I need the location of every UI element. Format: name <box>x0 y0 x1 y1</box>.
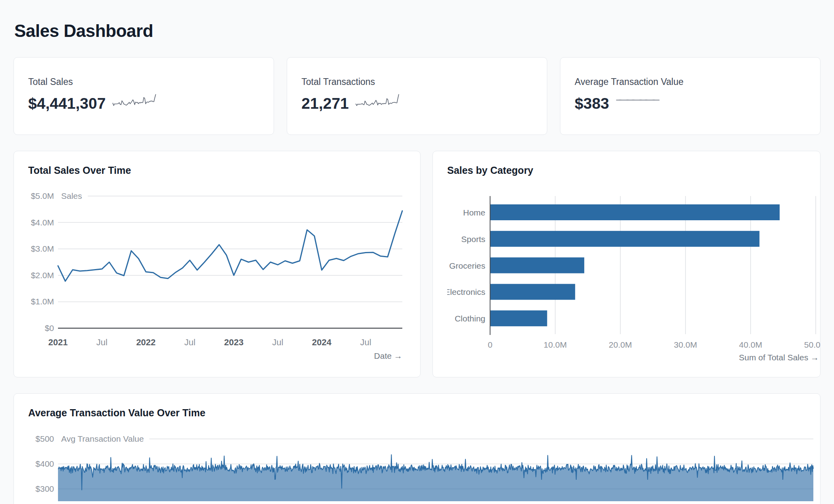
chart-title: Average Transaction Value Over Time <box>28 407 812 419</box>
x-tick-label: Jul <box>272 337 283 347</box>
y-tick-label: $0 <box>45 323 54 333</box>
total-sales-line-chart: $0$1.0M$2.0M$3.0M$4.0M$5.0MSales2021Jul2… <box>28 179 419 365</box>
x-tick-label: Jul <box>97 337 108 347</box>
line-chart-svg: $0$1.0M$2.0M$3.0M$4.0M$5.0MSales2021Jul2… <box>28 179 405 364</box>
y-tick-label: $2.0M <box>31 271 54 280</box>
kpi-label: Average Transaction Value <box>575 77 808 87</box>
kpi-row: Total Sales $4,441,307 Total Transaction… <box>14 57 820 135</box>
avg-transaction-value-area-chart: $500$400$300Avg Transaction Value <box>28 422 812 503</box>
category-label: Sports <box>461 235 485 244</box>
bar-electronics <box>490 284 575 300</box>
x-tick-label: 50.0M <box>804 340 820 349</box>
sales-by-category-card: Sales by Category 010.0M20.0M30.0M40.0M5… <box>432 151 820 377</box>
category-label: Clothing <box>455 314 485 323</box>
kpi-sparkline-chart <box>112 92 156 110</box>
sparkline-path <box>113 94 156 106</box>
kpi-value: $383 <box>575 96 609 111</box>
category-label: Electronics <box>447 288 485 297</box>
kpi-sparkline-chart <box>355 92 400 110</box>
x-tick-label: 2024 <box>312 337 332 347</box>
y-tick-label: $1.0M <box>31 297 54 306</box>
sales-by-category-bar-chart: 010.0M20.0M30.0M40.0M50.0MHomeSportsGroc… <box>447 179 819 365</box>
bar-chart-svg: 010.0M20.0M30.0M40.0M50.0MHomeSportsGroc… <box>447 179 820 364</box>
x-tick-label: 10.0M <box>544 340 567 349</box>
y-tick-label: $400 <box>35 459 54 468</box>
x-tick-label: 2022 <box>136 337 156 347</box>
sales-line-series <box>58 211 402 281</box>
kpi-sparkline-chart <box>616 92 660 110</box>
category-label: Home <box>463 208 485 217</box>
charts-row: Total Sales Over Time $0$1.0M$2.0M$3.0M$… <box>14 151 820 377</box>
x-tick-label: 20.0M <box>609 340 632 349</box>
x-axis-title: Date → <box>374 351 402 360</box>
chart-title: Sales by Category <box>447 165 819 176</box>
area-chart-svg: $500$400$300Avg Transaction Value <box>28 422 814 501</box>
x-tick-label: 30.0M <box>674 340 697 349</box>
sparkline-path <box>356 94 399 106</box>
kpi-label: Total Sales <box>28 77 262 87</box>
x-tick-label: Jul <box>184 337 195 347</box>
sparkline-svg <box>355 92 400 108</box>
x-tick-label: 40.0M <box>739 340 762 349</box>
bar-groceries <box>490 258 584 273</box>
bar-clothing <box>490 311 547 327</box>
y-tick-label: $500 <box>35 434 54 443</box>
bar-home <box>490 204 780 220</box>
chart-title: Total Sales Over Time <box>28 165 419 176</box>
y-tick-label: $5.0M <box>31 191 54 200</box>
category-label: Groceries <box>449 261 485 270</box>
x-tick-label: 0 <box>488 340 492 349</box>
bar-sports <box>490 231 759 247</box>
kpi-value: $4,441,307 <box>28 96 106 111</box>
kpi-card-total-sales: Total Sales $4,441,307 <box>14 57 274 135</box>
kpi-card-average-transaction-value: Average Transaction Value $383 <box>560 57 820 135</box>
y-tick-label: $3.0M <box>31 244 54 254</box>
average-transaction-value-card: Average Transaction Value Over Time $500… <box>14 393 820 504</box>
sparkline-svg <box>616 92 660 108</box>
avg-value-area-fill <box>58 455 813 501</box>
y-tick-label: $4.0M <box>31 218 54 227</box>
x-tick-label: 2023 <box>224 337 243 347</box>
y-axis-title: Avg Transaction Value <box>61 434 144 443</box>
x-tick-label: 2021 <box>48 337 68 347</box>
total-sales-over-time-card: Total Sales Over Time $0$1.0M$2.0M$3.0M$… <box>14 151 421 377</box>
kpi-label: Total Transactions <box>301 77 535 87</box>
x-axis-title: Sum of Total Sales → <box>739 353 819 362</box>
x-tick-label: Jul <box>360 337 371 347</box>
dashboard-container: Sales Dashboard Total Sales $4,441,307 T… <box>0 0 834 504</box>
page-title: Sales Dashboard <box>14 21 820 40</box>
kpi-value: 21,271 <box>301 96 349 111</box>
y-tick-label: $300 <box>35 484 54 493</box>
kpi-card-total-transactions: Total Transactions 21,271 <box>287 57 547 135</box>
y-axis-title: Sales <box>61 191 82 200</box>
sparkline-svg <box>112 92 156 108</box>
